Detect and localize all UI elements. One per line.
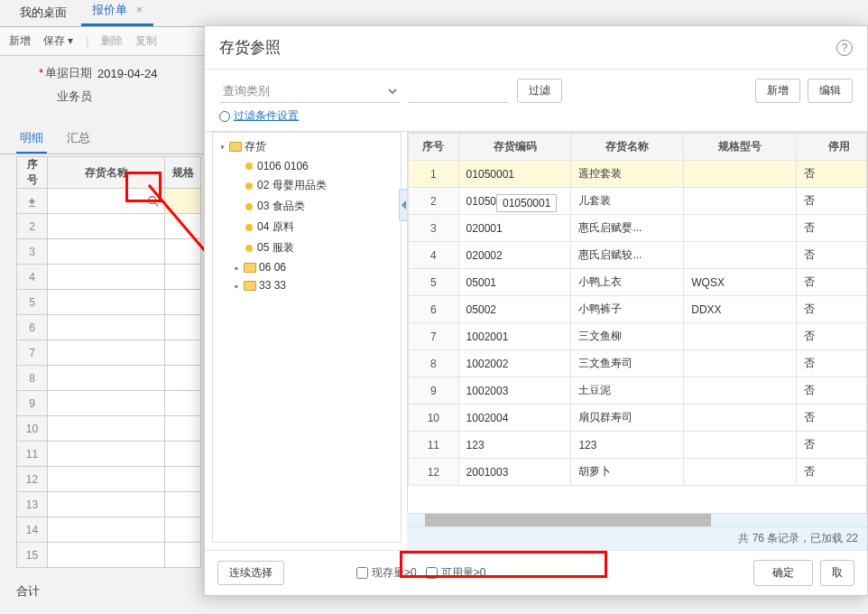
cell-spec [684,242,797,269]
table-row[interactable]: 91002003土豆泥否包 [409,377,868,405]
cell-spec [684,432,797,459]
cell[interactable] [48,290,165,315]
tree-leaf[interactable]: 02 母婴用品类 [233,175,399,196]
th-stop[interactable]: 停用 [797,134,867,161]
cell-name: 扇贝群寿司 [571,405,684,432]
cell[interactable] [165,442,201,467]
leaf-icon [245,224,253,231]
cell[interactable] [165,492,201,517]
cell[interactable] [48,315,165,340]
table-row[interactable]: 605002小鸭裤子DDXX否件 [409,296,868,323]
copy-button[interactable]: 复制 [135,33,157,49]
cell[interactable] [48,340,165,366]
leaf-icon [245,245,253,252]
table-row[interactable]: 11123123否个 [409,432,868,459]
cell-seq: 8 [409,350,459,377]
annotation-box-checks [400,551,607,578]
modal-new-button[interactable]: 新增 [755,79,800,103]
category-tree[interactable]: ▾存货 0106 010602 母婴用品类03 食品类04 原料05 服装▸06… [212,132,402,543]
cell[interactable] [165,290,201,315]
cell[interactable] [165,391,201,416]
filter-button[interactable]: 过滤 [517,79,562,103]
cell-name: 123 [571,432,684,459]
code-tooltip: 01050001 [496,194,557,212]
th-spec[interactable]: 规格型号 [684,134,797,161]
folder-icon [229,142,242,152]
modal-edit-button[interactable]: 编辑 [808,79,853,103]
tree-leaf[interactable]: 0106 0106 [233,157,399,175]
tree-root[interactable]: ▾存货 [218,136,399,157]
cell[interactable] [48,265,165,290]
sub-tab-detail[interactable]: 明细 [16,125,47,154]
table-row[interactable]: 101050001遥控套装否盒 [409,161,868,188]
cell[interactable] [165,265,201,290]
cell[interactable] [165,366,201,391]
cell[interactable] [48,391,165,416]
cell-code: 1002003 [458,377,571,405]
cell-code: 2001003 [458,459,571,486]
h-scrollbar[interactable] [407,514,867,526]
filter-search-input[interactable] [409,79,508,103]
new-button[interactable]: 新增 [9,33,31,49]
cell-name: 胡萝卜 [571,459,684,486]
cell[interactable] [165,543,201,568]
cancel-button[interactable]: 取 [820,560,854,586]
table-row[interactable]: 4020002惠氏启赋较...否盒 [409,242,868,269]
cell-name: 三文鱼柳 [571,323,684,350]
table-row[interactable]: 122001003胡萝卜否KG [409,459,868,486]
cell[interactable] [48,517,165,543]
cell[interactable] [165,416,201,442]
cell[interactable] [48,543,165,568]
cell-stop: 否 [797,350,867,377]
cell-code: 01050001 [458,161,571,188]
cell[interactable] [165,467,201,492]
cell[interactable] [48,214,165,239]
th-code[interactable]: 存货编码 [458,134,571,161]
sub-tab-summary[interactable]: 汇总 [63,125,94,154]
cell[interactable] [165,340,201,366]
continuous-select-button[interactable]: 连续选择 [217,561,284,585]
query-category-select[interactable]: 查询类别 [219,79,400,103]
inventory-table[interactable]: 序号 存货编码 存货名称 规格型号 停用 计量单位 101050001遥控套装否… [407,132,867,514]
filter-settings-link[interactable]: 过滤条件设置 [205,107,867,131]
cell-stop: 否 [797,215,867,242]
cell[interactable] [48,467,165,492]
table-row[interactable]: 505001小鸭上衣WQSX否件 [409,269,868,296]
table-row[interactable]: 101002004扇贝群寿司否个 [409,405,868,432]
cell[interactable] [48,416,165,442]
cell-code: 1002002 [458,350,571,377]
cell[interactable] [48,239,165,265]
ok-button[interactable]: 确定 [753,560,813,586]
cell[interactable] [165,315,201,340]
row-num: 8 [17,366,48,391]
tree-branch[interactable]: ▸06 06 [233,258,399,276]
cell[interactable] [48,442,165,467]
tab-desktop[interactable]: 我的桌面 [9,0,78,26]
tab-quote-label: 报价单 [92,3,127,16]
cell[interactable] [165,239,201,265]
row-num: 12 [17,467,48,492]
tab-quote[interactable]: 报价单 × [81,0,153,26]
th-seq[interactable]: 序号 [409,134,459,161]
cell[interactable] [48,366,165,391]
cell[interactable] [165,214,201,239]
th-name[interactable]: 存货名称 [571,134,684,161]
close-icon[interactable]: × [136,3,143,16]
table-row[interactable]: 201050002儿套装否盒 [409,188,868,215]
delete-button[interactable]: 删除 [101,33,123,49]
date-value[interactable]: 2019-04-24 [97,67,158,80]
help-icon[interactable]: ? [836,40,853,56]
cell[interactable] [48,492,165,517]
table-row[interactable]: 71002001三文鱼柳否KG [409,323,868,350]
table-row[interactable]: 81002002三文鱼寿司否个 [409,350,868,377]
row-handle[interactable]: ⌖ [17,189,48,214]
tree-leaf[interactable]: 03 食品类 [233,196,399,217]
tree-leaf[interactable]: 04 原料 [233,217,399,237]
cell-seq: 1 [409,161,459,188]
cell[interactable] [165,517,201,543]
cell-stop: 否 [797,269,867,296]
tree-branch[interactable]: ▸33 33 [233,276,399,294]
table-row[interactable]: 3020001惠氏启赋婴...否盒 [409,215,868,242]
tree-leaf[interactable]: 05 服装 [233,237,399,258]
save-button[interactable]: 保存 ▾ [43,33,73,49]
